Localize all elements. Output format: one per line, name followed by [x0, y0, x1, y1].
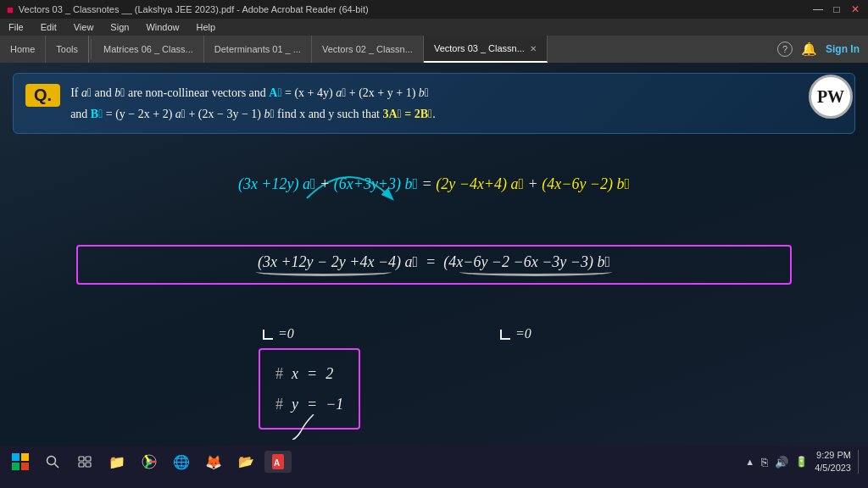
- bell-icon[interactable]: 🔔: [801, 42, 817, 57]
- question-label: Q.: [25, 84, 60, 107]
- svg-rect-0: [12, 453, 19, 461]
- start-button[interactable]: [7, 448, 34, 475]
- close-button[interactable]: ✕: [849, 3, 861, 15]
- svg-rect-2: [12, 463, 19, 470]
- equation-line1: (3x +12y) a⃗ + (6x+3y+3) b⃗ = (2y −4x+4)…: [0, 175, 868, 193]
- tab-bar-right: ? 🔔 Sign In: [769, 36, 868, 63]
- toolbar-home[interactable]: Home: [0, 36, 46, 63]
- show-desktop-button[interactable]: [858, 450, 861, 474]
- menu-file[interactable]: File: [5, 22, 27, 32]
- show-hidden-icons[interactable]: ▲: [745, 457, 754, 467]
- acrobat-icon-svg: A: [270, 453, 286, 470]
- menu-bar: File Edit View Sign Window Help: [0, 19, 868, 36]
- tab-close-icon[interactable]: ✕: [530, 44, 537, 53]
- windows-logo-icon: [11, 452, 30, 471]
- menu-edit[interactable]: Edit: [37, 22, 60, 32]
- taskbar: 📁 🌐 🦊 📂 A ▲ ⎘: [0, 446, 868, 478]
- tab-bar: Home Tools Matrices 06 _ Class... Determ…: [0, 36, 868, 63]
- tab-matrices[interactable]: Matrices 06 _ Class...: [93, 36, 204, 63]
- edge-icon[interactable]: 🌐: [168, 451, 195, 473]
- menu-view[interactable]: View: [70, 22, 97, 32]
- title-bar: ■ Vectors 03 _ Classnotes __ (Lakshya JE…: [0, 0, 868, 19]
- svg-text:A: A: [274, 458, 280, 468]
- menu-window[interactable]: Window: [142, 22, 182, 32]
- zero-label-left: =0: [263, 326, 294, 341]
- task-view-icon[interactable]: [71, 451, 98, 473]
- equation-line2-box: (3x +12y − 2y +4x −4) a⃗ = (4x−6y −2 −6x…: [76, 245, 792, 285]
- volume-icon[interactable]: 🔊: [775, 456, 788, 469]
- help-icon[interactable]: ?: [777, 42, 793, 57]
- battery-icon[interactable]: 🔋: [795, 456, 808, 468]
- bracket-svg: [288, 414, 339, 440]
- tab-vectors02[interactable]: Vectors 02 _ Classn...: [312, 36, 424, 63]
- svg-rect-9: [86, 463, 91, 467]
- files-icon[interactable]: 📂: [232, 451, 259, 473]
- answer-x: # x = 2: [275, 358, 343, 389]
- firefox-icon[interactable]: 🦊: [200, 451, 227, 473]
- svg-rect-1: [21, 453, 29, 461]
- file-explorer-icon[interactable]: 📁: [103, 451, 131, 473]
- tab-vectors03[interactable]: Vectors 03 _ Classn... ✕: [424, 36, 548, 63]
- window-title: Vectors 03 _ Classnotes __ (Lakshya JEE …: [19, 4, 369, 14]
- taskbar-right: ▲ ⎘ 🔊 🔋 9:29 PM 4/5/2023: [745, 449, 861, 475]
- signin-button[interactable]: Sign In: [826, 43, 860, 55]
- taskbar-left: 📁 🌐 🦊 📂 A: [7, 448, 292, 475]
- chrome-icon-svg: [142, 454, 157, 469]
- menu-help[interactable]: Help: [193, 22, 220, 32]
- pw-logo: PW: [809, 75, 853, 119]
- svg-rect-8: [79, 463, 84, 467]
- minimize-button[interactable]: —: [812, 3, 824, 15]
- acrobat-taskbar-icon[interactable]: A: [264, 451, 292, 473]
- slide-background: PW Q. If a⃗ and b⃗ are non-collinear vec…: [0, 63, 868, 446]
- chrome-icon[interactable]: [136, 451, 163, 473]
- svg-line-5: [55, 464, 59, 469]
- clock[interactable]: 9:29 PM 4/5/2023: [815, 449, 851, 475]
- svg-rect-7: [86, 457, 91, 461]
- date-display: 4/5/2023: [815, 462, 851, 474]
- svg-point-4: [47, 457, 56, 465]
- network-icon[interactable]: ⎘: [761, 456, 768, 469]
- search-icon: [46, 455, 59, 469]
- menu-sign[interactable]: Sign: [107, 22, 132, 32]
- question-box: Q. If a⃗ and b⃗ are non-collinear vector…: [13, 73, 855, 134]
- svg-rect-6: [79, 457, 84, 461]
- toolbar-tools[interactable]: Tools: [46, 36, 89, 63]
- task-view-icon-svg: [78, 456, 92, 468]
- zero-label-right: =0: [500, 326, 531, 341]
- tab-determinants[interactable]: Determinants 01 _ ...: [204, 36, 312, 63]
- search-taskbar-icon[interactable]: [39, 451, 66, 473]
- content-area: PW Q. If a⃗ and b⃗ are non-collinear vec…: [0, 63, 868, 446]
- maximize-button[interactable]: □: [831, 3, 843, 15]
- question-text: If a⃗ and b⃗ are non-collinear vectors a…: [70, 82, 436, 125]
- nav-tabs: Home Tools Matrices 06 _ Class... Determ…: [0, 36, 769, 63]
- math-area: (3x +12y) a⃗ + (6x+3y+3) b⃗ = (2y −4x+4)…: [0, 152, 868, 446]
- time-display: 9:29 PM: [815, 449, 851, 462]
- svg-rect-3: [21, 463, 29, 470]
